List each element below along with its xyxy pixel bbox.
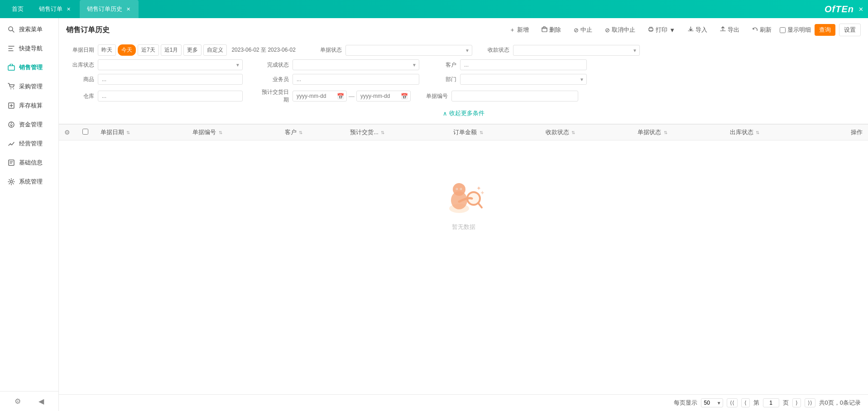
svg-point-17 (460, 189, 461, 189)
capital-mgmt-icon (7, 121, 15, 129)
basic-info-icon (7, 159, 15, 167)
th-bill-status-sort[interactable]: ⇅ (664, 130, 667, 135)
display-detail-checkbox[interactable] (780, 27, 786, 33)
th-delivery-date-sort[interactable]: ⇅ (381, 130, 384, 135)
receipt-status-select[interactable] (513, 45, 640, 56)
th-date-label: 单据日期 (101, 129, 124, 135)
refresh-button[interactable]: 刷新 (748, 24, 776, 36)
calendar-start-icon[interactable]: 📅 (337, 93, 344, 100)
sidebar-item-basic-info[interactable]: 基础信息 (0, 153, 58, 172)
first-page-btn[interactable]: ⟨⟨ (727, 398, 738, 407)
tab-sales-order-close[interactable]: ✕ (65, 6, 72, 12)
th-customer-sort[interactable]: ⇅ (299, 130, 302, 135)
receipt-status-label: 收款状态 (481, 46, 513, 54)
settings-button[interactable]: 设置 (839, 24, 861, 36)
sidebar-item-inventory-calc[interactable]: 库存核算 (0, 96, 58, 115)
svg-point-13 (453, 183, 465, 196)
page-size-select[interactable]: 10 20 50 100 (701, 398, 723, 407)
svg-line-19 (478, 203, 482, 208)
order-no-control (451, 91, 578, 102)
tab-sales-order-history-close[interactable]: ✕ (125, 6, 131, 12)
th-order-no: 单据编号 ⇅ (187, 125, 279, 140)
status-select[interactable] (345, 45, 472, 56)
completion-control: ▼ (293, 59, 419, 70)
date-label: 单据日期 (66, 46, 98, 54)
th-order-no-sort[interactable]: ⇅ (219, 130, 222, 135)
date-range-dash: — (349, 93, 355, 100)
outbound-select[interactable] (98, 59, 243, 70)
print-label: 打印 (656, 26, 667, 34)
th-outbound-status-sort[interactable]: ⇅ (756, 130, 759, 135)
select-all-checkbox[interactable] (82, 129, 88, 135)
date-btn-today[interactable]: 今天 (118, 44, 136, 56)
last-page-btn[interactable]: ⟩⟩ (805, 398, 815, 407)
stop-button[interactable]: ⊘ 中止 (569, 24, 597, 36)
collapse-bar[interactable]: ∧ 收起更多条件 (66, 107, 861, 119)
import-button[interactable]: 导入 (683, 24, 712, 36)
tab-bar: 首页 销售订单 ✕ 销售订单历史 ✕ (5, 0, 825, 18)
delete-button[interactable]: 删除 (537, 24, 566, 36)
th-order-no-label: 单据编号 (192, 129, 216, 135)
sidebar-item-operations-mgmt[interactable]: 经营管理 (0, 134, 58, 153)
svg-rect-9 (542, 28, 547, 32)
tab-sales-order-history[interactable]: 销售订单历史 ✕ (80, 0, 139, 18)
filter-section: 单据日期 昨天 今天 近7天 近1月 更多 自定义 2023-06-02 至 2… (59, 40, 868, 124)
purchase-mgmt-icon (7, 82, 15, 91)
salesperson-input[interactable] (293, 74, 419, 85)
svg-rect-2 (8, 66, 14, 70)
date-btn-custom[interactable]: 自定义 (203, 44, 227, 56)
add-button[interactable]: ＋ 新增 (505, 24, 533, 36)
sidebar-collapse-icon[interactable]: ◀ (38, 397, 44, 406)
page-title: 销售订单历史 (66, 25, 110, 35)
order-no-input[interactable] (451, 91, 578, 102)
stop-label: 中止 (580, 26, 592, 34)
delivery-start-control: 📅 (293, 91, 347, 102)
status-control: ▼ (345, 45, 472, 56)
tab-home[interactable]: 首页 (5, 0, 31, 18)
print-button[interactable]: 打印 ▼ (643, 24, 680, 36)
sidebar-item-capital-mgmt[interactable]: 资金管理 (0, 115, 58, 134)
svg-rect-7 (9, 160, 14, 165)
top-bar: 首页 销售订单 ✕ 销售订单历史 ✕ OfTEn ✕ (0, 0, 868, 18)
top-bar-close-btn[interactable]: ✕ (858, 6, 863, 13)
table-settings-icon[interactable]: ⚙ (64, 129, 70, 136)
export-button[interactable]: 导出 (715, 24, 744, 36)
page-number-input[interactable] (763, 398, 779, 407)
sidebar-item-sales-mgmt[interactable]: 销售管理 (0, 58, 58, 77)
sidebar-item-search-menu[interactable]: 搜索菜单 (0, 20, 58, 39)
query-button[interactable]: 查询 (815, 24, 835, 36)
query-label: 查询 (819, 26, 831, 34)
customer-input[interactable] (460, 59, 587, 70)
date-btn-more[interactable]: 更多 (183, 44, 201, 56)
sidebar-item-system-mgmt[interactable]: 系统管理 (0, 172, 58, 191)
date-btn-last7days[interactable]: 近7天 (138, 44, 159, 56)
tab-sales-order[interactable]: 销售订单 ✕ (32, 0, 79, 18)
calendar-end-icon[interactable]: 📅 (401, 93, 408, 100)
date-btn-last1month[interactable]: 近1月 (161, 44, 182, 56)
product-input[interactable] (98, 74, 243, 85)
prev-page-btn[interactable]: ⟨ (741, 398, 750, 407)
delivery-date-label: 预计交货日期 (261, 88, 293, 104)
th-bill-status-label: 单据状态 (638, 129, 661, 135)
th-date-sort[interactable]: ⇅ (126, 130, 130, 135)
print-icon (648, 26, 654, 34)
warehouse-input[interactable] (98, 91, 243, 102)
completion-select[interactable] (293, 59, 419, 70)
table-container: ⚙ 单据日期 ⇅ 单据编号 ⇅ (59, 124, 868, 394)
next-page-btn[interactable]: ⟩ (792, 398, 801, 407)
th-receipt-status-label: 收款状态 (546, 129, 569, 135)
display-detail-checkbox-wrapper[interactable]: 显示明细 (780, 26, 811, 34)
data-table: ⚙ 单据日期 ⇅ 单据编号 ⇅ (59, 124, 868, 267)
empty-state: ✦ ✦ 暂无数据 (59, 140, 868, 267)
cancel-stop-button[interactable]: ⊘ 取消中止 (600, 24, 640, 36)
sidebar-item-quick-nav[interactable]: 快捷导航 (0, 39, 58, 58)
sidebar-settings-icon[interactable]: ⚙ (14, 397, 21, 406)
dept-select[interactable] (460, 74, 587, 85)
customer-label: 客户 (428, 61, 460, 69)
th-receipt-status-sort[interactable]: ⇅ (571, 130, 575, 135)
sidebar-item-purchase-mgmt[interactable]: 采购管理 (0, 77, 58, 96)
date-btn-yesterday[interactable]: 昨天 (98, 44, 116, 56)
content-area: 销售订单历史 ＋ 新增 删除 ⊘ 中止 ⊘ 取消中 (59, 18, 868, 411)
page-size-wrapper: 10 20 50 100 ▼ (701, 398, 723, 407)
th-amount-sort[interactable]: ⇅ (480, 130, 483, 135)
